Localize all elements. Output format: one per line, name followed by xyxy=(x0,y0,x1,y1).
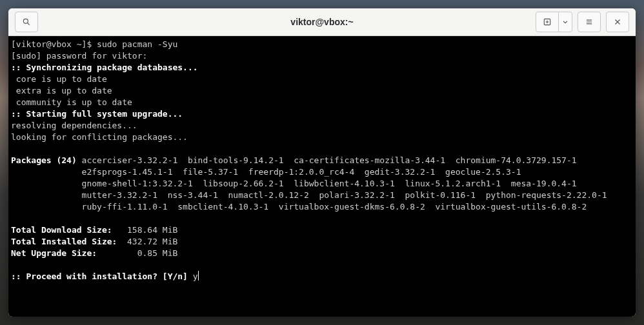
close-icon xyxy=(613,17,622,26)
sync-line: community is up to date xyxy=(11,97,132,107)
menu-button[interactable] xyxy=(578,12,601,32)
download-size-label: Total Download Size: xyxy=(11,225,127,235)
installed-size-label: Total Installed Size: xyxy=(11,237,127,246)
terminal-output[interactable]: [viktor@vbox ~]$ sudo pacman -Syu [sudo]… xyxy=(8,36,636,317)
sync-line: extra is up to date xyxy=(11,86,112,95)
sudo-prompt: [sudo] password for viktor: xyxy=(11,51,147,61)
packages-line: mutter-3.32.2-1 nss-3.44-1 numactl-2.0.1… xyxy=(11,190,607,200)
close-button[interactable] xyxy=(606,12,629,32)
titlebar: viktor@vbox:~ xyxy=(8,8,636,36)
proceed-prompt: :: Proceed with installation? [Y/n] xyxy=(11,271,193,281)
cursor xyxy=(198,271,199,281)
svg-line-1 xyxy=(28,23,30,25)
download-size-value: 158.64 MiB xyxy=(127,225,177,235)
net-size-label: Net Upgrade Size: xyxy=(11,248,127,258)
packages-line: gnome-shell-1:3.32.2-1 libsoup-2.66.2-1 … xyxy=(11,179,577,188)
proceed-input: y xyxy=(193,271,198,281)
search-button[interactable] xyxy=(15,12,38,32)
new-tab-button[interactable] xyxy=(536,12,559,32)
svg-point-0 xyxy=(23,19,28,23)
new-tab-icon xyxy=(543,17,552,26)
installed-size-value: 432.72 MiB xyxy=(127,237,177,246)
search-icon xyxy=(22,17,31,26)
chevron-down-icon xyxy=(561,17,570,26)
hamburger-icon xyxy=(585,17,594,26)
packages-line: ruby-ffi-1.11.0-1 smbclient-4.10.3-1 vir… xyxy=(11,202,587,212)
new-tab-dropdown[interactable] xyxy=(558,12,572,32)
packages-line: e2fsprogs-1.45.1-1 file-5.37-1 freerdp-1… xyxy=(11,167,521,177)
resolve-line: resolving dependencies... xyxy=(11,121,137,130)
sync-header: :: Synchronizing package databases... xyxy=(11,63,198,72)
shell-prompt: [viktor@vbox ~]$ xyxy=(11,39,97,49)
terminal-window: viktor@vbox:~ [viktor@vbox ~]$ sudo pacm… xyxy=(8,8,636,317)
packages-label: Packages (24) xyxy=(11,155,77,165)
sync-line: core is up to date xyxy=(11,74,107,84)
resolve-line: looking for conflicting packages... xyxy=(11,132,188,142)
upgrade-header: :: Starting full system upgrade... xyxy=(11,109,183,119)
packages-line: accerciser-3.32.2-1 bind-tools-9.14.2-1 … xyxy=(77,155,577,165)
net-size-value: 0.85 MiB xyxy=(127,248,177,258)
command-text: sudo pacman -Syu xyxy=(97,39,177,49)
